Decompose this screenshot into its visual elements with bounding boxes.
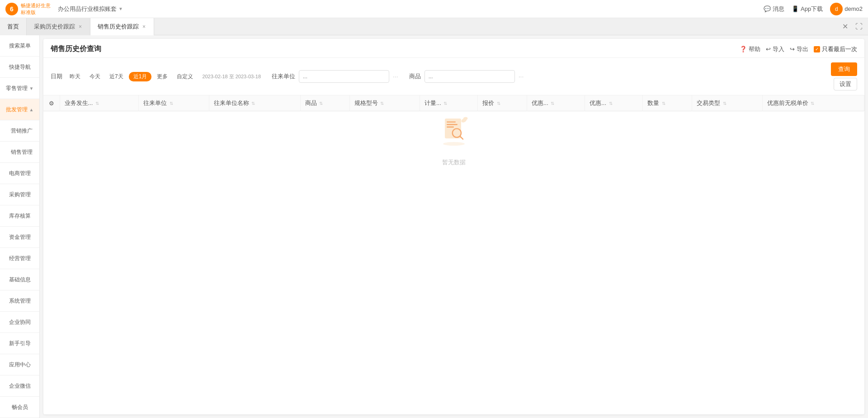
th-goods[interactable]: 商品 ⇅	[300, 95, 349, 111]
only-last-checkbox[interactable]: ✓ 只看最后一次	[814, 45, 857, 53]
workspace-label: 办公用品行业模拟账套	[58, 5, 117, 13]
help-icon: ❓	[740, 46, 747, 52]
tab-sales-history[interactable]: 销售历史价跟踪 ×	[90, 18, 154, 35]
content-area: 销售历史价查询 ❓ 帮助 ↩ 导入 ↪ 导出 ✓	[40, 35, 868, 418]
th-quote[interactable]: 报价 ⇅	[478, 95, 527, 111]
maximize-btn[interactable]: ⛶	[854, 21, 864, 33]
sidebar-item-enterprise-collab[interactable]: 企业协同	[0, 312, 39, 333]
th-biz-date[interactable]: 业务发生... ⇅	[60, 95, 139, 111]
home-tab-label: 首页	[7, 23, 19, 31]
query-button[interactable]: 查询	[831, 62, 857, 76]
logo-area: 6 畅捷通好生意 标准版	[5, 2, 51, 15]
date-label: 日期	[51, 72, 62, 81]
th-pre-discount-price[interactable]: 优惠前无税单价 ⇅	[762, 95, 864, 111]
sidebar-item-marketing[interactable]: 营销推广	[0, 120, 39, 142]
logo-text: 畅捷通好生意 标准版	[21, 2, 51, 15]
date-option-custom[interactable]: 自定义	[173, 72, 197, 81]
sort-icon-unit: ⇅	[443, 101, 447, 106]
wholesale-mgmt-label: 批发管理	[6, 106, 28, 114]
sidebar-item-wholesale-mgmt[interactable]: 批发管理 ▲	[0, 99, 39, 120]
inventory-label: 库存核算	[9, 212, 31, 220]
th-trade-type[interactable]: 交易类型 ⇅	[692, 95, 762, 111]
purchase-mgmt-label: 采购管理	[9, 191, 31, 199]
page-header: 销售历史价查询 ❓ 帮助 ↩ 导入 ↪ 导出 ✓	[43, 39, 864, 58]
sidebar-item-finance-mgmt[interactable]: 资金管理	[0, 227, 39, 248]
operation-label: 经营管理	[9, 255, 31, 262]
sort-icon-counterparty: ⇅	[170, 101, 173, 106]
th-spec[interactable]: 规格型号 ⇅	[349, 95, 420, 111]
close-window-btn[interactable]: ✕	[840, 20, 850, 33]
sidebar-item-search-menu[interactable]: 搜索菜单	[0, 35, 39, 57]
sidebar-item-vip-member[interactable]: 畅会员	[0, 397, 39, 418]
date-option-more[interactable]: 更多	[153, 72, 171, 81]
sidebar-item-app-center[interactable]: 应用中心	[0, 354, 39, 375]
message-action[interactable]: 💬 消息	[764, 5, 784, 13]
sidebar-item-enterprise-wechat[interactable]: 企业微信	[0, 375, 39, 397]
sidebar-item-purchase-mgmt[interactable]: 采购管理	[0, 184, 39, 205]
sidebar-item-operation-mgmt[interactable]: 经营管理	[0, 248, 39, 269]
date-option-today[interactable]: 今天	[86, 72, 104, 81]
sidebar-item-system-mgmt[interactable]: 系统管理	[0, 290, 39, 312]
quick-nav-label: 快捷导航	[9, 63, 31, 71]
workspace-selector[interactable]: 办公用品行业模拟账套 ▼	[54, 3, 127, 15]
sidebar-item-quick-nav[interactable]: 快捷导航	[0, 57, 39, 78]
page-header-actions: ❓ 帮助 ↩ 导入 ↪ 导出 ✓ 只看最后一次	[740, 45, 857, 53]
avatar: d	[830, 3, 843, 15]
th-unit[interactable]: 计量... ⇅	[420, 95, 477, 111]
date-option-1month[interactable]: 近1月	[129, 72, 152, 81]
sidebar-item-beginner-guide[interactable]: 新手引导	[0, 333, 39, 354]
date-options: 昨天 今天 近7天 近1月 更多 自定义	[66, 72, 197, 81]
th-counterparty-name[interactable]: 往来单位名称 ⇅	[209, 95, 300, 111]
date-option-7days[interactable]: 近7天	[106, 72, 127, 81]
th-counterparty[interactable]: 往来单位 ⇅	[139, 95, 209, 111]
empty-state-icon	[436, 111, 472, 147]
sidebar-item-inventory[interactable]: 库存核算	[0, 205, 39, 227]
export-btn[interactable]: ↪ 导出	[790, 45, 808, 53]
help-btn[interactable]: ❓ 帮助	[740, 45, 760, 53]
empty-state: 暂无数据	[43, 111, 864, 166]
settings-button[interactable]: 设置	[834, 78, 857, 90]
page: 销售历史价查询 ❓ 帮助 ↩ 导入 ↪ 导出 ✓	[43, 39, 864, 414]
tab-home[interactable]: 首页	[0, 18, 27, 35]
sales-tab-close[interactable]: ×	[142, 23, 146, 30]
export-icon: ↪	[790, 46, 795, 52]
sort-icon-counterparty-name: ⇅	[251, 101, 255, 106]
sidebar-item-retail-mgmt[interactable]: 零售管理 ▼	[0, 78, 39, 99]
checkbox-checked-icon: ✓	[814, 46, 820, 52]
table-header-row: ⚙ 业务发生... ⇅ 往来单位 ⇅ 往来单位名称 ⇅	[43, 95, 864, 111]
header-left: 6 畅捷通好生意 标准版 办公用品行业模拟账套 ▼	[5, 2, 127, 15]
counterparty-input[interactable]	[299, 70, 389, 83]
th-settings[interactable]: ⚙	[43, 95, 60, 111]
th-quantity[interactable]: 数量 ⇅	[643, 95, 692, 111]
svg-rect-4	[447, 127, 454, 128]
app-download-action[interactable]: 📱 App下载	[792, 5, 823, 13]
tab-purchase-history[interactable]: 采购历史价跟踪 ×	[27, 18, 90, 35]
import-btn[interactable]: ↩ 导入	[766, 45, 784, 53]
page-title: 销售历史价查询	[51, 44, 101, 54]
sidebar-item-ecommerce-mgmt[interactable]: 电商管理	[0, 163, 39, 184]
goods-dots-icon[interactable]: ···	[519, 73, 524, 80]
th-discount2[interactable]: 优惠... ⇅	[585, 95, 643, 111]
goods-label: 商品	[409, 72, 421, 81]
app-icon: 📱	[792, 5, 799, 12]
data-table: ⚙ 业务发生... ⇅ 往来单位 ⇅ 往来单位名称 ⇅	[43, 95, 864, 111]
user-action[interactable]: d demo2	[830, 3, 863, 15]
purchase-tab-close[interactable]: ×	[78, 23, 83, 30]
sort-icon-quote: ⇅	[497, 101, 500, 106]
retail-arrow-icon: ▼	[29, 86, 34, 91]
sidebar-item-sales-mgmt[interactable]: 销售管理	[0, 142, 39, 163]
sort-icon-discount1: ⇅	[551, 101, 554, 106]
counterparty-dots-icon[interactable]: ···	[393, 73, 398, 80]
sidebar-item-basic-info[interactable]: 基础信息	[0, 269, 39, 290]
date-option-yesterday[interactable]: 昨天	[66, 72, 84, 81]
basic-info-label: 基础信息	[9, 276, 31, 284]
tab-bar-actions: ✕ ⛶	[840, 20, 868, 33]
filter-bar: 日期 昨天 今天 近7天 近1月 更多 自定义 2023-02-18 至 202…	[43, 58, 864, 95]
th-discount1[interactable]: 优惠... ⇅	[527, 95, 585, 111]
main-wrapper: 搜索菜单 快捷导航 零售管理 ▼ 批发管理 ▲ 营销推广 销售管理 电商管理 采…	[0, 35, 868, 418]
wholesale-arrow-icon: ▲	[29, 107, 34, 112]
empty-state-text: 暂无数据	[442, 158, 466, 166]
ecommerce-label: 电商管理	[9, 170, 31, 177]
goods-input[interactable]	[425, 70, 515, 83]
top-header: 6 畅捷通好生意 标准版 办公用品行业模拟账套 ▼ 💬 消息 📱 App下载 d…	[0, 0, 868, 18]
